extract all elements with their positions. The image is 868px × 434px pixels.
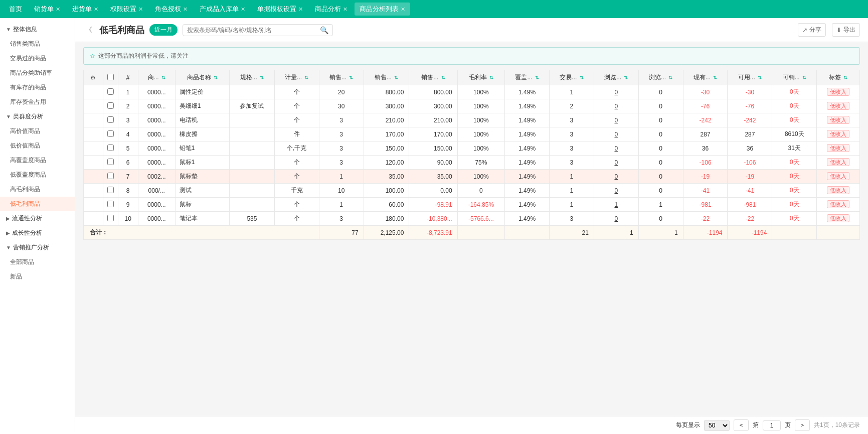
col-spec[interactable]: 规格... ⇅ (230, 70, 275, 85)
row-name-0[interactable]: 属性定价 (175, 85, 229, 99)
col-current-stock[interactable]: 现有... ⇅ (683, 70, 728, 85)
row-code-3: 0000... (138, 127, 175, 141)
nav-close-permissions[interactable]: ✕ (138, 6, 143, 12)
row-name-6[interactable]: 鼠标垫 (175, 170, 229, 184)
row-check-5[interactable] (107, 159, 114, 165)
sidebar-group-marketing[interactable]: ▼ 营销推广分析 (0, 240, 75, 255)
sidebar-collapse-btn[interactable]: 《 (83, 24, 94, 37)
row-browse1-1[interactable]: 0 (594, 99, 638, 113)
row-check-7[interactable] (107, 187, 114, 193)
nav-close-sales[interactable]: ✕ (56, 6, 60, 12)
sidebar-item-low-margin[interactable]: 低毛利商品 (0, 197, 75, 211)
nav-close-template[interactable]: ✕ (298, 6, 303, 12)
row-browse1-5[interactable]: 0 (594, 156, 638, 170)
page-number-input[interactable] (763, 420, 781, 430)
nav-close-analysis-list[interactable]: ✕ (401, 6, 405, 12)
col-sales-price[interactable]: 销售... ⇅ (364, 70, 409, 85)
sidebar-item-category-rate[interactable]: 商品分类助销率 (0, 66, 75, 80)
nav-permissions[interactable]: 权限设置✕ (105, 3, 148, 16)
col-browse2[interactable]: 浏览... ⇅ (638, 70, 683, 85)
row-unit-9: 个 (274, 212, 319, 226)
sidebar-item-low-coverage[interactable]: 低覆盖度商品 (0, 168, 75, 182)
share-button[interactable]: ↗ 分享 (798, 23, 826, 37)
next-page-btn[interactable]: ＞ (795, 419, 810, 431)
col-code[interactable]: 商... ⇅ (138, 70, 175, 85)
sidebar-item-traded-products[interactable]: 交易过的商品 (0, 51, 75, 66)
sidebar-item-all-products[interactable]: 全部商品 (0, 255, 75, 269)
row-browse1-0[interactable]: 0 (594, 85, 638, 99)
row-available-6: -19 (728, 170, 772, 184)
col-tag[interactable]: 标签 ⇅ (817, 70, 860, 85)
search-input[interactable] (187, 27, 320, 34)
row-browse1-2[interactable]: 0 (594, 113, 638, 127)
nav-close-product-entry[interactable]: ✕ (241, 6, 245, 12)
nav-analysis-list[interactable]: 商品分析列表✕ (355, 3, 410, 16)
col-name[interactable]: 商品名称 ⇅ (175, 70, 229, 85)
row-check-2[interactable] (107, 116, 114, 123)
row-check-0[interactable] (107, 88, 114, 95)
nav-purchase[interactable]: 进货单✕ (67, 3, 103, 16)
row-check-6[interactable] (107, 173, 114, 179)
row-gross-rate-6: 100% (457, 170, 504, 184)
sidebar-item-low-value[interactable]: 低价值商品 (0, 138, 75, 153)
sidebar-item-high-value[interactable]: 高价值商品 (0, 124, 75, 138)
sidebar-group-cluster[interactable]: ▼ 类群度分析 (0, 109, 75, 124)
sidebar-item-new-products[interactable]: 新品 (0, 269, 75, 284)
sidebar-group-flow[interactable]: ▶ 流通性分析 (0, 211, 75, 226)
nav-close-purchase[interactable]: ✕ (94, 6, 98, 12)
row-name-9[interactable]: 笔记本 (175, 212, 229, 226)
row-sellable-2: 0天 (772, 113, 817, 127)
sidebar-item-sales-products[interactable]: 销售类商品 (0, 37, 75, 51)
row-check-4[interactable] (107, 144, 114, 151)
row-browse1-7[interactable]: 0 (594, 184, 638, 198)
col-trade-count[interactable]: 交易... ⇅ (549, 70, 594, 85)
row-check-9[interactable] (107, 215, 114, 221)
select-all-checkbox[interactable] (107, 74, 114, 80)
row-code-8: 0000... (138, 198, 175, 212)
col-unit[interactable]: 计量... ⇅ (274, 70, 319, 85)
sidebar-item-stocked[interactable]: 有库存的商品 (0, 80, 75, 95)
nav-roles[interactable]: 角色授权✕ (150, 3, 193, 16)
col-settings[interactable]: ⚙ (84, 70, 103, 85)
nav-close-roles[interactable]: ✕ (183, 6, 188, 12)
nav-home[interactable]: 首页 (4, 3, 27, 16)
row-name-3[interactable]: 橡皮擦 (175, 127, 229, 141)
row-browse1-9[interactable]: 0 (594, 212, 638, 226)
search-icon[interactable]: 🔍 (320, 26, 328, 34)
row-sales-price-2: 210.00 (364, 113, 409, 127)
row-name-5[interactable]: 鼠标1 (175, 156, 229, 170)
col-sellable[interactable]: 可销... ⇅ (772, 70, 817, 85)
export-button[interactable]: ⬇ 导出 (832, 23, 860, 37)
row-browse1-4[interactable]: 0 (594, 141, 638, 156)
sidebar-item-high-margin[interactable]: 高毛利商品 (0, 182, 75, 197)
row-browse1-3[interactable]: 0 (594, 127, 638, 141)
row-name-8[interactable]: 鼠标 (175, 198, 229, 212)
nav-product-entry[interactable]: 产成品入库单✕ (195, 3, 250, 16)
sidebar-group-overall[interactable]: ▼ 整体信息 (0, 22, 75, 37)
col-sales-profit[interactable]: 销售... ⇅ (409, 70, 457, 85)
nav-template-settings[interactable]: 单据模板设置✕ (252, 3, 308, 16)
sidebar-group-growth[interactable]: ▶ 成长性分析 (0, 226, 75, 240)
nav-close-analysis[interactable]: ✕ (343, 6, 348, 12)
period-button[interactable]: 近一月 (149, 24, 178, 36)
row-name-1[interactable]: 吴细细1 (175, 99, 229, 113)
col-gross-rate[interactable]: 毛利率 ⇅ (457, 70, 504, 85)
row-browse1-8[interactable]: 1 (594, 198, 638, 212)
row-browse1-6[interactable]: 0 (594, 170, 638, 184)
nav-product-analysis[interactable]: 商品分析✕ (310, 3, 353, 16)
col-sales-qty[interactable]: 销售... ⇅ (319, 70, 364, 85)
row-check-3[interactable] (107, 130, 114, 137)
col-browse1[interactable]: 浏览... ⇅ (594, 70, 638, 85)
row-name-7[interactable]: 测试 (175, 184, 229, 198)
sidebar-item-high-coverage[interactable]: 高覆盖度商品 (0, 153, 75, 168)
row-name-2[interactable]: 电话机 (175, 113, 229, 127)
col-cover-rate[interactable]: 覆盖... ⇅ (505, 70, 550, 85)
prev-page-btn[interactable]: ＜ (734, 419, 749, 431)
row-name-4[interactable]: 铅笔1 (175, 141, 229, 156)
sidebar-item-capital[interactable]: 库存资金占用 (0, 95, 75, 109)
nav-sales[interactable]: 销货单✕ (29, 3, 65, 16)
row-check-8[interactable] (107, 201, 114, 207)
col-available[interactable]: 可用... ⇅ (728, 70, 772, 85)
row-check-1[interactable] (107, 102, 114, 109)
per-page-select[interactable]: 50 100 200 (704, 420, 730, 431)
